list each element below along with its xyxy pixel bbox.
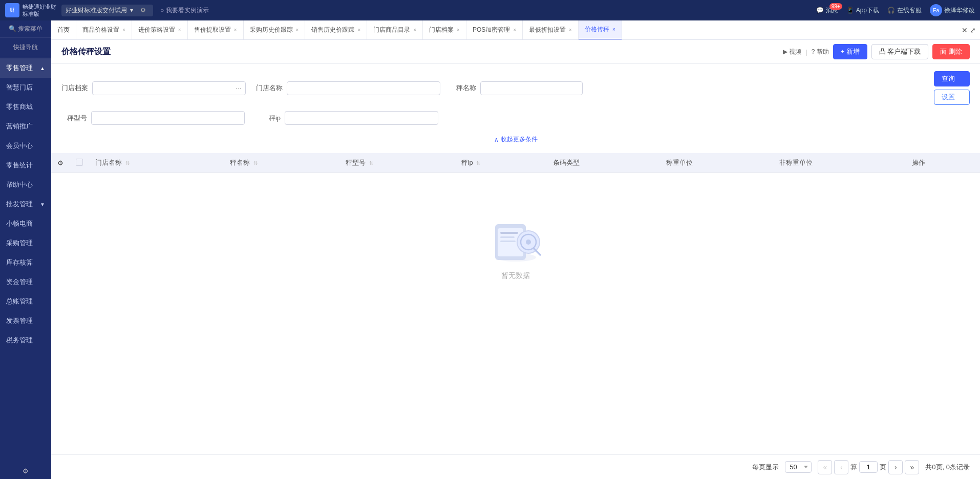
version-selector[interactable]: 好业财标准版交付试用 ▾ ⚙ bbox=[61, 5, 153, 16]
tab-sale-extract[interactable]: 售价提取设置 × bbox=[188, 20, 244, 40]
app-logo: 财 畅捷通好业财 标准版 bbox=[5, 3, 56, 18]
sidebar-item-general-ledger[interactable]: 总账管理 bbox=[0, 292, 51, 311]
tab-close-price-scale[interactable]: × bbox=[612, 27, 615, 32]
sidebar-item-wholesale-mgmt[interactable]: 批发管理 ▼ bbox=[0, 194, 51, 214]
tab-pos-encryption[interactable]: POS加密管理 × bbox=[466, 20, 523, 40]
tab-bar: 首页 商品价格设置 × 进价策略设置 × 售价提取设置 × 采购历史价跟踪 × bbox=[51, 20, 980, 40]
video-label: 视频 bbox=[789, 48, 801, 56]
sidebar-item-retail-mall[interactable]: 零售商城 bbox=[0, 97, 51, 117]
scale-model-input[interactable] bbox=[91, 111, 245, 125]
tab-store-file[interactable]: 门店档案 × bbox=[423, 20, 466, 40]
store-name-label: 门店名称 bbox=[256, 83, 283, 93]
expand-tab-icon[interactable]: ⤢ bbox=[970, 26, 976, 34]
scale-name-input[interactable] bbox=[480, 81, 583, 95]
close-tab-icon[interactable]: ✕ bbox=[962, 26, 968, 34]
tab-close-store-file[interactable]: × bbox=[457, 27, 460, 33]
col-settings[interactable]: ⚙ bbox=[51, 153, 70, 173]
prev-page-button[interactable]: ‹ bbox=[834, 460, 848, 474]
scale-ip-input[interactable] bbox=[285, 111, 438, 125]
tab-purchase-history[interactable]: 采购历史价跟踪 × bbox=[244, 20, 306, 40]
tab-price-scale-label: 价格传秤 bbox=[585, 25, 609, 34]
tab-close-product-price[interactable]: × bbox=[122, 27, 125, 33]
app-download-action[interactable]: 📱 App下载 bbox=[846, 6, 879, 15]
help-link[interactable]: ? 帮助 bbox=[812, 48, 829, 56]
download-button[interactable]: 凸 客户端下载 bbox=[871, 44, 929, 59]
last-page-button[interactable]: » bbox=[905, 460, 919, 474]
online-service-label: 在线客服 bbox=[897, 6, 922, 15]
search-icon: 🔍 bbox=[9, 25, 16, 32]
quick-nav[interactable]: 快捷导航 bbox=[0, 38, 51, 57]
sort-scale-name-icon[interactable]: ⇅ bbox=[253, 160, 258, 166]
collapse-button[interactable]: ∧ 收起更多条件 bbox=[490, 133, 542, 146]
sort-scale-model-icon[interactable]: ⇅ bbox=[369, 160, 373, 166]
col-scale-name: 秤名称 ⇅ bbox=[224, 153, 339, 173]
sidebar-item-help-center[interactable]: 帮助中心 bbox=[0, 175, 51, 194]
tab-close-pos-encryption[interactable]: × bbox=[513, 27, 516, 33]
tab-purchase-strategy-label: 进价策略设置 bbox=[138, 26, 175, 34]
sidebar-item-member[interactable]: 会员中心 bbox=[0, 136, 51, 156]
dropdown-icon: ▾ bbox=[130, 7, 133, 14]
tab-home-label: 首页 bbox=[57, 26, 70, 34]
sidebar-search[interactable]: 🔍 搜索菜单 bbox=[0, 20, 51, 38]
video-link[interactable]: ▶ 视频 bbox=[783, 48, 801, 56]
tab-close-purchase-strategy[interactable]: × bbox=[178, 27, 181, 33]
sidebar-item-invoice-mgmt[interactable]: 发票管理 bbox=[0, 311, 51, 331]
pagination-bar: 每页显示 10 20 50 100 « ‹ 算 页 › » bbox=[51, 454, 980, 479]
header-checkbox[interactable] bbox=[76, 159, 83, 166]
page-size-select[interactable]: 10 20 50 100 bbox=[785, 461, 812, 473]
sidebar-item-tax-mgmt[interactable]: 税务管理 bbox=[0, 331, 51, 350]
sidebar-item-retail-mgmt[interactable]: 零售管理 ▲ bbox=[0, 58, 51, 78]
tab-price-scale[interactable]: 价格传秤 × bbox=[579, 20, 622, 40]
sidebar-item-smart-store[interactable]: 智慧门店 bbox=[0, 78, 51, 97]
online-service-action[interactable]: 🎧 在线客服 bbox=[887, 6, 922, 15]
tab-sale-history[interactable]: 销售历史价跟踪 × bbox=[305, 20, 367, 40]
page-number-input[interactable] bbox=[859, 461, 878, 473]
settings-filter-button[interactable]: 设置 bbox=[934, 90, 970, 105]
query-button[interactable]: 查询 bbox=[934, 71, 970, 86]
sidebar-item-retail-stats[interactable]: 零售统计 bbox=[0, 156, 51, 175]
tab-store-catalog[interactable]: 门店商品目录 × bbox=[367, 20, 423, 40]
tab-close-min-discount[interactable]: × bbox=[569, 27, 572, 33]
col-check[interactable] bbox=[70, 153, 89, 173]
filter-scale-name: 秤名称 bbox=[451, 81, 583, 95]
delete-button[interactable]: 面 删除 bbox=[932, 44, 970, 59]
user-info[interactable]: Ea 徐泽华修改 bbox=[930, 4, 975, 16]
purchase-mgmt-label: 采购管理 bbox=[6, 238, 33, 248]
tab-close-purchase-history[interactable]: × bbox=[296, 27, 299, 33]
first-page-button[interactable]: « bbox=[818, 460, 832, 474]
settings-gear-icon[interactable]: ⚙ bbox=[140, 7, 146, 14]
tab-purchase-strategy[interactable]: 进价策略设置 × bbox=[132, 20, 188, 40]
separator: | bbox=[805, 48, 807, 56]
sidebar-item-inventory[interactable]: 库存核算 bbox=[0, 253, 51, 272]
add-button[interactable]: + 新增 bbox=[833, 44, 867, 59]
logo-icon: 财 bbox=[5, 3, 19, 17]
sort-store-name-icon[interactable]: ⇅ bbox=[125, 160, 130, 166]
sidebar-item-finance[interactable]: 资金管理 bbox=[0, 272, 51, 292]
inventory-label: 库存核算 bbox=[6, 258, 33, 267]
col-scale-model: 秤型号 ⇅ bbox=[339, 153, 455, 173]
next-page-button[interactable]: › bbox=[888, 460, 903, 474]
filter-store-file: 门店档案 ··· bbox=[61, 81, 246, 95]
sidebar-bottom[interactable]: ⚙ bbox=[0, 463, 51, 479]
tab-close-sale-extract[interactable]: × bbox=[234, 27, 237, 33]
tab-home[interactable]: 首页 bbox=[51, 20, 76, 40]
message-action[interactable]: 💬 消息 99+ bbox=[816, 6, 838, 15]
tab-close-sale-history[interactable]: × bbox=[357, 27, 360, 33]
tab-sale-extract-label: 售价提取设置 bbox=[194, 26, 231, 34]
sidebar-item-marketing[interactable]: 营销推广 bbox=[0, 117, 51, 136]
tab-product-price[interactable]: 商品价格设置 × bbox=[76, 20, 132, 40]
sidebar-item-xiaochu-ecom[interactable]: 小畅电商 bbox=[0, 214, 51, 233]
store-file-input[interactable] bbox=[92, 81, 246, 95]
empty-row: 暂无数据 bbox=[51, 173, 980, 322]
col-non-weight-unit-label: 非称重单位 bbox=[779, 159, 813, 166]
col-scale-name-label: 秤名称 bbox=[230, 159, 250, 166]
tab-min-discount[interactable]: 最低折扣设置 × bbox=[523, 20, 579, 40]
sidebar-settings-icon[interactable]: ⚙ bbox=[23, 467, 29, 475]
tab-close-store-catalog[interactable]: × bbox=[413, 27, 416, 33]
store-name-input[interactable] bbox=[287, 81, 440, 95]
sort-scale-ip-icon[interactable]: ⇅ bbox=[476, 160, 480, 166]
member-label: 会员中心 bbox=[6, 141, 33, 150]
help-icon: ? bbox=[812, 48, 815, 55]
sidebar-item-purchase-mgmt[interactable]: 采购管理 bbox=[0, 233, 51, 253]
demo-link[interactable]: ○ 我要看实例演示 bbox=[158, 6, 209, 15]
